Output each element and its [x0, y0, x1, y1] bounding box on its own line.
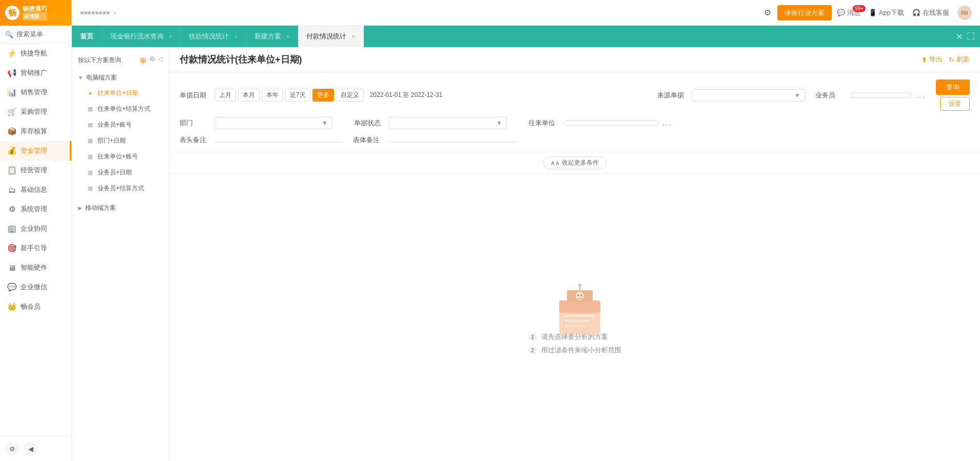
dept-arrow-icon: ▼: [322, 119, 328, 127]
logo-icon: 畅: [5, 6, 19, 20]
header-note-input[interactable]: [214, 138, 343, 143]
item-label-staff-date: 业务员+日期: [97, 168, 132, 177]
sidebar-item-capital[interactable]: 💰资金管理: [0, 141, 71, 161]
tab-maximize-icon[interactable]: ⛶: [967, 32, 975, 41]
refresh-icon: ↻: [949, 56, 954, 64]
sidebar-item-quick-nav[interactable]: ⚡快捷导航: [0, 44, 71, 63]
nav-icon-marketing: 📢: [7, 68, 16, 77]
panel-add-btn[interactable]: ⊕: [140, 55, 146, 65]
staff-input[interactable]: [850, 93, 912, 98]
tab-bank-flow[interactable]: 现金银行流水查询×: [102, 26, 181, 47]
nav-icon-basic: 🗂: [7, 185, 16, 194]
sidebar-item-marketing[interactable]: 📢营销推广: [0, 63, 71, 83]
sidebar-item-inventory[interactable]: 📦库存核算: [0, 122, 71, 141]
refresh-btn[interactable]: ↻ 刷新: [949, 55, 970, 64]
filter-section-wrapper: 单据日期 上月 本月 本年 近7天 更多 自定义 2022-01-01 至 20…: [169, 72, 980, 174]
sidebar-item-member[interactable]: 👑畅会员: [0, 297, 71, 316]
filter-row-1: 单据日期 上月 本月 本年 近7天 更多 自定义 2022-01-01 至 20…: [180, 79, 970, 111]
item-icon-partner-date: ●: [86, 89, 94, 97]
trial-btn[interactable]: 体验行业方案: [777, 5, 832, 21]
service-icon: 🎧: [912, 9, 920, 16]
dept-label: 部门: [180, 118, 210, 128]
collapse-more-btn[interactable]: ∧∧ 收起更多条件: [543, 156, 606, 169]
tabbar: 首页现金银行流水查询×收款情况统计×新建方案×付款情况统计× ✕ ⛶: [72, 26, 980, 47]
message-btn[interactable]: 💬 消息 99+: [837, 8, 860, 17]
date-btn-custom[interactable]: 自定义: [336, 89, 364, 102]
body-note-input[interactable]: [388, 138, 516, 143]
export-btn[interactable]: ⬆ 导出: [922, 55, 943, 64]
mobile-arrow-icon: ▶: [78, 205, 82, 211]
footer-collapse-btn[interactable]: ◀: [24, 442, 38, 456]
doc-status-select[interactable]: ▼: [389, 117, 507, 129]
sidebar-item-smart[interactable]: 🖥智能硬件: [0, 258, 71, 277]
tab-close-receipt-stats[interactable]: ×: [234, 33, 237, 39]
tab-home[interactable]: 首页: [72, 26, 102, 47]
nav-label-basic: 基础信息: [21, 185, 47, 194]
panel-settings-btn[interactable]: ⚙: [149, 55, 155, 65]
settings-btn[interactable]: 设置: [940, 97, 970, 111]
panel-item-partner-date[interactable]: ●往来单位+日期: [72, 85, 169, 101]
topbar-arrow: ›: [114, 9, 116, 16]
tab-payment-stats[interactable]: 付款情况统计×: [298, 26, 363, 47]
tab-close-all-icon[interactable]: ✕: [956, 32, 963, 42]
nav-icon-corp: 🏢: [7, 224, 16, 233]
panel-item-partner-account[interactable]: ▦往来单位+账号: [72, 149, 169, 165]
tab-receipt-stats[interactable]: 收款情况统计×: [181, 26, 246, 47]
partner-dots[interactable]: ...: [662, 118, 672, 128]
item-label-staff-settle: 业务员+结算方式: [97, 184, 144, 193]
app-icon: 📱: [869, 9, 877, 16]
footer-settings-btn[interactable]: ⚙: [5, 442, 19, 456]
sidebar: 畅 畅捷通巧 标准版 🔍 搜索菜单 ⚡快捷导航📢营销推广📊销售管理🛒采购管理📦库…: [0, 0, 72, 461]
tab-close-payment-stats[interactable]: ×: [351, 33, 355, 39]
nav-label-capital: 资金管理: [21, 146, 47, 155]
panel-collapse-btn[interactable]: ◁: [158, 55, 163, 65]
query-btn[interactable]: 查询: [936, 79, 970, 95]
date-btn-this-month[interactable]: 本月: [238, 89, 260, 102]
panel-header-text: 按以下方案查询: [78, 56, 121, 65]
tab-close-bank-flow[interactable]: ×: [169, 33, 172, 39]
date-buttons: 上月 本月 本年 近7天 更多 自定义: [214, 89, 364, 102]
item-icon-staff-date: ▦: [86, 169, 94, 177]
panel-item-partner-settle[interactable]: ▦往来单位+结算方式: [72, 101, 169, 117]
sidebar-item-corp[interactable]: 🏢企业协同: [0, 219, 71, 238]
online-service-btn[interactable]: 🎧 在线客服: [912, 8, 949, 17]
date-btn-more[interactable]: 更多: [312, 89, 334, 102]
panel-item-dept-date[interactable]: ▦部门+日期: [72, 133, 169, 149]
sidebar-item-guide[interactable]: 🎯新手引导: [0, 238, 71, 258]
desktop-section-label: 电脑端方案: [86, 73, 117, 82]
source-doc-select[interactable]: ▼: [692, 89, 805, 102]
tab-label-new-plan: 新建方案: [254, 32, 281, 41]
user-avatar[interactable]: Rit: [957, 6, 972, 20]
tab-label-home: 首页: [80, 32, 93, 41]
sidebar-item-basic[interactable]: 🗂基础信息: [0, 180, 71, 199]
panel-header-actions: ⊕ ⚙ ◁: [140, 55, 163, 65]
partner-input[interactable]: [563, 121, 658, 126]
desktop-section-title[interactable]: ▼ 电脑端方案: [72, 70, 169, 85]
sidebar-item-operation[interactable]: 📋经营管理: [0, 161, 71, 180]
tab-new-plan[interactable]: 新建方案×: [246, 26, 298, 47]
date-btn-this-year[interactable]: 本年: [262, 89, 283, 102]
header-note-group: 表头备注: [180, 135, 343, 145]
panel-item-staff-settle[interactable]: ▦业务员+结算方式: [72, 181, 169, 196]
panel-item-staff-date[interactable]: ▦业务员+日期: [72, 165, 169, 181]
sidebar-item-sales[interactable]: 📊销售管理: [0, 83, 71, 102]
section-arrow-icon: ▼: [78, 75, 83, 81]
date-btn-last-7[interactable]: 近7天: [285, 89, 310, 102]
staff-dots[interactable]: ...: [916, 91, 926, 100]
topbar-left: ■■■■■■■■ ›: [80, 9, 759, 16]
sidebar-item-wechat[interactable]: 💬企业微信: [0, 277, 71, 297]
doc-status-group: 单据状态 ▼: [354, 117, 518, 129]
panel-item-staff-account[interactable]: ▦业务员+账号: [72, 117, 169, 133]
mobile-section-title[interactable]: ▶ 移动端方案: [72, 201, 169, 215]
app-download-btn[interactable]: 📱 App下载: [869, 8, 904, 17]
sidebar-item-purchase[interactable]: 🛒采购管理: [0, 102, 71, 122]
item-icon-partner-settle: ▦: [86, 105, 94, 113]
empty-hint-2: 2 用过滤条件来缩小分析范围: [528, 346, 621, 355]
nav-icon-member: 👑: [7, 302, 16, 311]
dept-select[interactable]: ▼: [214, 117, 332, 129]
sidebar-item-system[interactable]: ⚙系统管理: [0, 199, 71, 219]
topbar-gear-icon[interactable]: ⚙: [764, 8, 771, 17]
search-menu-btn[interactable]: 🔍 搜索菜单: [0, 26, 71, 44]
date-btn-last-month[interactable]: 上月: [214, 89, 236, 102]
tab-close-new-plan[interactable]: ×: [286, 33, 289, 39]
